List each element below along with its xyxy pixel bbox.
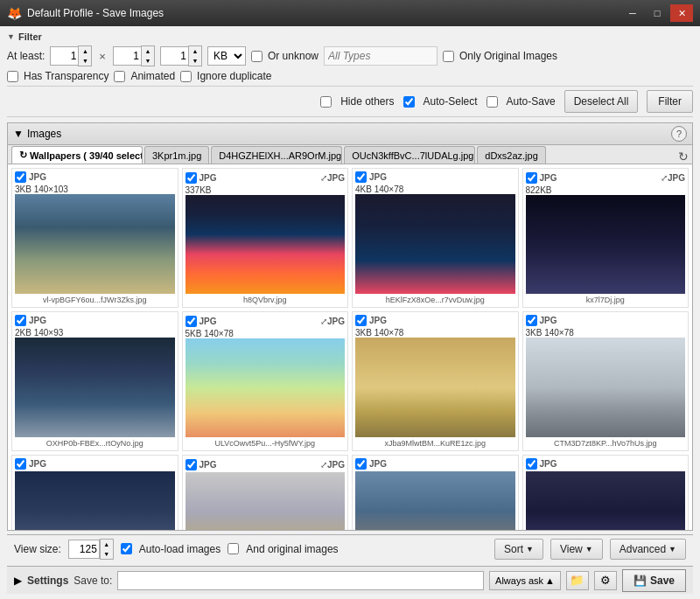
- image-cell-9[interactable]: JPG⤢JPG: [182, 455, 349, 530]
- img-expand-icon-3[interactable]: ⤢: [661, 173, 668, 183]
- filter-button[interactable]: Filter: [647, 90, 693, 113]
- img-info-4: 2KB 140×93: [15, 328, 175, 338]
- image-cell-6[interactable]: JPG3KB 140×78xJba9MlwtBM...KuRE1zc.jpg: [352, 311, 519, 451]
- filter-collapse-icon[interactable]: ▼: [7, 32, 15, 41]
- height-up[interactable]: ▲: [142, 46, 154, 56]
- minimize-button[interactable]: ─: [621, 4, 644, 22]
- tab-1[interactable]: 3Kpr1m.jpg: [144, 146, 209, 164]
- image-cell-8[interactable]: JPG: [11, 455, 178, 530]
- main-content: ▼ Filter At least: ▲ ▼ × ▲ ▼: [0, 26, 700, 599]
- img-info-3: 822KB: [526, 185, 686, 195]
- view-size-up[interactable]: ▲: [101, 540, 113, 549]
- always-ask-button[interactable]: Always ask ▲: [489, 571, 561, 590]
- auto-load-checkbox[interactable]: [121, 543, 132, 554]
- img-checkbox-7[interactable]: [526, 315, 537, 326]
- advanced-label: Advanced: [620, 543, 666, 555]
- width-down[interactable]: ▼: [79, 56, 91, 66]
- wallpapers-refresh-icon: ↻: [19, 150, 27, 161]
- img-checkbox-1[interactable]: [186, 172, 197, 184]
- img-checkbox-4[interactable]: [15, 315, 26, 326]
- view-size-down[interactable]: ▼: [101, 549, 113, 559]
- advanced-button[interactable]: Advanced ▼: [610, 539, 686, 560]
- image-cell-5[interactable]: JPG⤢JPG5KB 140×78ULVcOwvt5Pu...-Hy5fWY.j…: [182, 311, 349, 451]
- img-thumbnail-8: [15, 471, 175, 530]
- only-original-checkbox[interactable]: [443, 51, 454, 62]
- unit-select[interactable]: KB B MB: [207, 46, 246, 66]
- image-cell-7[interactable]: JPG3KB 140×78CTM3D7zt8KP...hVo7hUs.jpg: [522, 311, 690, 451]
- help-button[interactable]: ?: [671, 126, 687, 142]
- img-checkbox-10[interactable]: [355, 458, 367, 470]
- deselect-all-button[interactable]: Deselect All: [564, 90, 639, 113]
- save-button[interactable]: 💾 Save: [622, 569, 686, 592]
- has-transparency-checkbox[interactable]: [7, 71, 18, 82]
- sort-button[interactable]: Sort ▼: [494, 539, 543, 560]
- save-path-input[interactable]: [117, 571, 484, 590]
- height-input[interactable]: [113, 46, 141, 66]
- size-up[interactable]: ▲: [189, 46, 201, 56]
- image-cell-0[interactable]: JPG3KB 140×103vl-vpBGFY6ou...fJWr3Zks.jp…: [11, 168, 178, 308]
- width-up[interactable]: ▲: [79, 46, 91, 56]
- refresh-icon[interactable]: ↻: [678, 150, 689, 164]
- animated-checkbox[interactable]: [114, 71, 125, 82]
- img-checkbox-5[interactable]: [186, 316, 197, 327]
- tabs-row: ↻ Wallpapers ( 39/40 selected ) 3Kpr1m.j…: [8, 145, 692, 164]
- height-spinner[interactable]: ▲ ▼: [113, 45, 155, 66]
- img-format-7: JPG: [540, 316, 557, 325]
- tab-3-label: OUcN3kffBvC...7lUDALg.jpg: [352, 150, 473, 161]
- img-checkbox-3[interactable]: [526, 172, 537, 184]
- auto-save-checkbox[interactable]: [486, 96, 498, 108]
- and-original-checkbox[interactable]: [228, 543, 239, 554]
- maximize-button[interactable]: □: [646, 4, 668, 22]
- close-button[interactable]: ✕: [670, 4, 693, 22]
- img-expand-icon-1[interactable]: ⤢: [320, 173, 327, 183]
- img-thumbnail-0: [15, 194, 175, 294]
- settings-collapse-icon[interactable]: ▶: [14, 575, 22, 587]
- tab-1-label: 3Kpr1m.jpg: [152, 150, 201, 161]
- img-checkbox-2[interactable]: [355, 171, 367, 183]
- image-cell-3[interactable]: JPG⤢JPG822KB kx7l7Dj.jpg: [522, 168, 690, 308]
- x-separator: ×: [99, 50, 106, 63]
- img-checkbox-11[interactable]: [526, 458, 537, 470]
- size-input[interactable]: [160, 46, 188, 66]
- img-checkbox-8[interactable]: [15, 458, 26, 470]
- img-checkbox-9[interactable]: [186, 459, 197, 470]
- view-size-spinner[interactable]: ▲ ▼: [68, 539, 114, 560]
- size-down[interactable]: ▼: [189, 56, 201, 66]
- img-info-5: 5KB 140×78: [186, 329, 346, 338]
- hide-others-checkbox[interactable]: [320, 96, 332, 108]
- img-checkbox-6[interactable]: [355, 315, 367, 326]
- tab-3[interactable]: OUcN3kffBvC...7lUDALg.jpg: [344, 146, 475, 164]
- height-down[interactable]: ▼: [142, 56, 154, 66]
- animated-label: Animated: [130, 70, 175, 82]
- folder-icon-button[interactable]: 📁: [566, 571, 589, 590]
- image-cell-10[interactable]: JPG: [352, 455, 519, 530]
- save-label: Save: [650, 575, 675, 587]
- options-icon-button[interactable]: ⚙: [594, 571, 617, 590]
- ignore-duplicate-checkbox[interactable]: [180, 71, 192, 82]
- tab-2[interactable]: D4HGZHElXH...AR9OrM.jpg: [211, 146, 342, 164]
- tab-wallpapers[interactable]: ↻ Wallpapers ( 39/40 selected ): [11, 146, 143, 164]
- filter-section-label: Filter: [18, 31, 42, 42]
- img-expand-icon-9[interactable]: ⤢: [320, 460, 327, 470]
- width-spinner[interactable]: ▲ ▼: [50, 45, 92, 66]
- img-expand-icon-5[interactable]: ⤢: [320, 317, 327, 326]
- all-types-input[interactable]: [324, 46, 438, 66]
- auto-select-checkbox[interactable]: [403, 96, 415, 108]
- image-cell-1[interactable]: JPG⤢JPG337KB h8QVbrv.jpg: [182, 168, 349, 308]
- images-section: ▼ Images ? ↻ Wallpapers ( 39/40 selected…: [7, 122, 693, 531]
- images-collapse-icon[interactable]: ▼: [13, 128, 24, 140]
- img-thumbnail-3: [526, 195, 686, 294]
- width-input[interactable]: [50, 46, 78, 66]
- image-cell-11[interactable]: JPG: [522, 455, 690, 530]
- img-checkbox-0[interactable]: [15, 171, 26, 183]
- image-cell-2[interactable]: JPG4KB 140×78hEKlFzX8xOe...r7vvDuw.jpg: [352, 168, 519, 308]
- img-filename-3: kx7l7Dj.jpg: [526, 296, 686, 304]
- at-least-label: At least:: [7, 50, 45, 62]
- view-button[interactable]: View ▼: [550, 539, 603, 560]
- tab-4[interactable]: dDxs2az.jpg: [477, 146, 546, 164]
- or-unknown-checkbox[interactable]: [251, 51, 262, 62]
- size-spinner[interactable]: ▲ ▼: [160, 45, 202, 66]
- images-header: ▼ Images ?: [8, 123, 692, 145]
- view-size-input[interactable]: [68, 540, 100, 559]
- image-cell-4[interactable]: JPG2KB 140×93OXHP0b-FBEx...rtOyNo.jpg: [11, 311, 178, 451]
